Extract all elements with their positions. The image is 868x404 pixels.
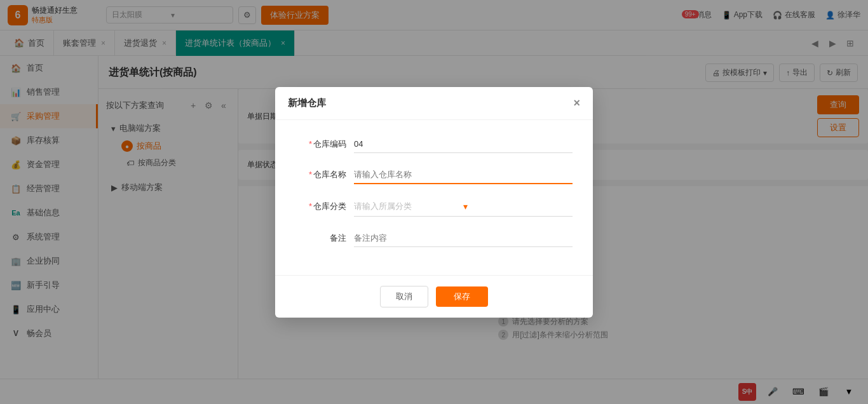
remark-label: 备注: [295, 232, 346, 244]
required-star-category: *: [309, 201, 312, 211]
required-star-name: *: [309, 170, 312, 179]
code-label: *仓库编码: [295, 138, 346, 150]
modal-overlay[interactable]: 新增仓库 × *仓库编码 *仓库名称 *仓库分类: [0, 0, 868, 404]
modal-close-button[interactable]: ×: [573, 97, 580, 109]
remark-input[interactable]: [354, 229, 573, 247]
category-placeholder: 请输入所属分类: [354, 201, 463, 212]
modal-add-warehouse: 新增仓库 × *仓库编码 *仓库名称 *仓库分类: [275, 87, 593, 318]
name-label: *仓库名称: [295, 169, 346, 180]
category-label: *仓库分类: [295, 201, 346, 212]
modal-header: 新增仓库 ×: [275, 87, 593, 120]
modal-footer: 取消 保存: [275, 275, 593, 318]
modal-title: 新增仓库: [288, 97, 326, 109]
cancel-button[interactable]: 取消: [380, 286, 428, 307]
form-row-category: *仓库分类 请输入所属分类 ▾: [295, 197, 573, 217]
category-dropdown-icon: ▾: [463, 201, 573, 212]
warehouse-code-input[interactable]: [354, 135, 573, 153]
warehouse-name-input[interactable]: [354, 166, 573, 184]
warehouse-category-select[interactable]: 请输入所属分类 ▾: [354, 197, 573, 217]
form-row-code: *仓库编码: [295, 135, 573, 153]
save-button[interactable]: 保存: [436, 286, 488, 307]
form-row-name: *仓库名称: [295, 166, 573, 184]
form-row-remark: 备注: [295, 229, 573, 247]
required-star-code: *: [309, 139, 312, 149]
modal-body: *仓库编码 *仓库名称 *仓库分类 请输入所属分类 ▾: [275, 120, 593, 275]
